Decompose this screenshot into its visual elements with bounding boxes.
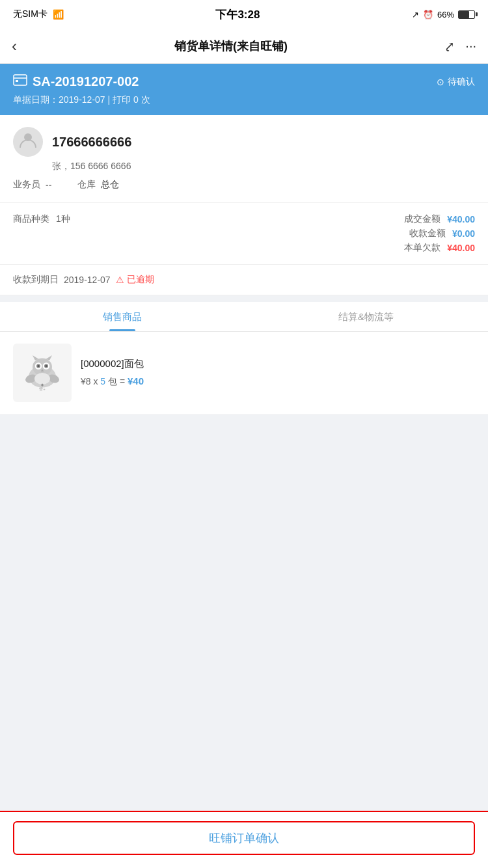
salesperson-value: -- — [46, 180, 51, 190]
avatar-icon — [19, 131, 37, 153]
nav-bar: ‹ 销货单详情(来自旺铺) ⤤ ··· — [0, 29, 488, 64]
customer-name: 张，156 6666 6666 — [52, 161, 475, 172]
order-icon — [13, 74, 27, 89]
order-date: 单据日期：2019-12-07 | 打印 0 次 — [13, 94, 475, 106]
customer-section: 17666666666 张，156 6666 6666 业务员 -- 仓库 总仓 — [0, 115, 488, 203]
summary-right: 成交金额 ¥40.00 收款金额 ¥0.00 本单欠款 ¥40.00 — [404, 213, 475, 254]
owed-item: 本单欠款 ¥40.00 — [404, 242, 475, 254]
tabs-bar: 销售商品 结算&物流等 — [0, 302, 488, 332]
owed-value: ¥40.00 — [447, 243, 475, 253]
salesperson-item: 业务员 -- — [13, 179, 51, 191]
svg-rect-2 — [16, 80, 18, 82]
summary-section: 商品种类 1种 成交金额 ¥40.00 收款金额 ¥0.00 本单欠款 ¥40.… — [0, 203, 488, 265]
page-title: 销货单详情(来自旺铺) — [38, 38, 424, 54]
avatar — [13, 127, 43, 157]
customer-phone: 17666666666 — [52, 135, 131, 150]
equals-sign: = — [120, 376, 128, 387]
deal-amount-item: 成交金额 ¥40.00 — [404, 213, 475, 225]
order-id: SA-20191207-002 — [13, 74, 139, 89]
product-list: 管+ [0000002]面包 ¥8 x 5 包 = ¥40 — [0, 332, 488, 414]
multiply-sign: x — [93, 376, 100, 387]
overdue-icon: ⚠ — [116, 275, 124, 285]
warehouse-item: 仓库 总仓 — [77, 179, 119, 191]
order-status: ⊙ 待确认 — [437, 76, 475, 88]
meta-row: 业务员 -- 仓库 总仓 — [13, 179, 475, 191]
category-label: 商品种类 — [13, 213, 49, 225]
content-spacer — [0, 421, 488, 551]
overdue-text: 已逾期 — [127, 274, 154, 286]
svg-point-8 — [38, 365, 40, 367]
product-thumbnail: 管+ — [13, 344, 72, 402]
customer-row: 17666666666 — [13, 127, 475, 157]
battery-percent: 66% — [437, 10, 454, 20]
share-button[interactable]: ⤤ — [444, 38, 455, 54]
svg-point-17 — [34, 373, 50, 385]
bottom-btn-area: 旺铺订单确认 — [0, 811, 488, 868]
nav-actions: ⤤ ··· — [424, 38, 476, 54]
confirm-order-button[interactable]: 旺铺订单确认 — [13, 821, 475, 855]
product-unit: 包 — [108, 376, 117, 387]
due-date-value: 2019-12-07 — [64, 275, 111, 285]
due-section: 收款到期日 2019-12-07 ⚠ 已逾期 — [0, 265, 488, 295]
category-value: 1种 — [56, 213, 70, 225]
more-button[interactable]: ··· — [465, 38, 476, 53]
status-right: ↗ ⏰ 66% — [412, 10, 475, 20]
received-value: ¥0.00 — [452, 228, 475, 239]
deal-amount-label: 成交金额 — [404, 213, 441, 225]
received-item: 收款金额 ¥0.00 — [409, 228, 475, 239]
received-label: 收款金额 — [409, 228, 446, 239]
svg-rect-0 — [14, 75, 27, 85]
wifi-icon: 📶 — [53, 9, 64, 20]
warehouse-value: 总仓 — [101, 179, 119, 191]
back-button[interactable]: ‹ — [12, 37, 38, 55]
status-left: 无SIM卡 📶 — [13, 8, 64, 20]
salesperson-label: 业务员 — [13, 179, 40, 191]
tab-products[interactable]: 销售商品 — [0, 302, 244, 331]
carrier-text: 无SIM卡 — [13, 8, 47, 20]
overdue-badge: ⚠ 已逾期 — [116, 274, 154, 286]
owed-label: 本单欠款 — [404, 242, 441, 254]
product-price: ¥8 — [81, 376, 91, 387]
summary-grid: 商品种类 1种 成交金额 ¥40.00 收款金额 ¥0.00 本单欠款 ¥40.… — [13, 213, 475, 254]
tab-settlement[interactable]: 结算&物流等 — [244, 302, 488, 331]
due-date-label: 收款到期日 — [13, 274, 59, 286]
product-item: 管+ [0000002]面包 ¥8 x 5 包 = ¥40 — [0, 332, 488, 414]
svg-point-11 — [46, 365, 47, 367]
summary-left: 商品种类 1种 — [13, 213, 70, 225]
warehouse-label: 仓库 — [77, 179, 96, 191]
status-time: 下午3:28 — [215, 7, 260, 22]
svg-text:管+: 管+ — [39, 387, 46, 391]
svg-rect-19 — [42, 384, 43, 387]
product-name: [0000002]面包 — [81, 358, 475, 370]
order-header-card: SA-20191207-002 ⊙ 待确认 单据日期：2019-12-07 | … — [0, 64, 488, 115]
owl-logo-svg: 管+ — [20, 353, 65, 392]
product-qty: 5 — [100, 376, 105, 387]
order-id-row: SA-20191207-002 ⊙ 待确认 — [13, 74, 475, 89]
deal-amount-value: ¥40.00 — [447, 214, 475, 224]
alarm-icon: ⏰ — [423, 10, 433, 20]
product-total: ¥40 — [128, 375, 144, 387]
product-price-row: ¥8 x 5 包 = ¥40 — [81, 375, 475, 388]
status-bar: 无SIM卡 📶 下午3:28 ↗ ⏰ 66% — [0, 0, 488, 29]
battery-icon — [458, 10, 475, 19]
product-info: [0000002]面包 ¥8 x 5 包 = ¥40 — [81, 358, 475, 388]
clock-icon: ⊙ — [437, 77, 444, 87]
location-icon: ↗ — [412, 10, 419, 20]
